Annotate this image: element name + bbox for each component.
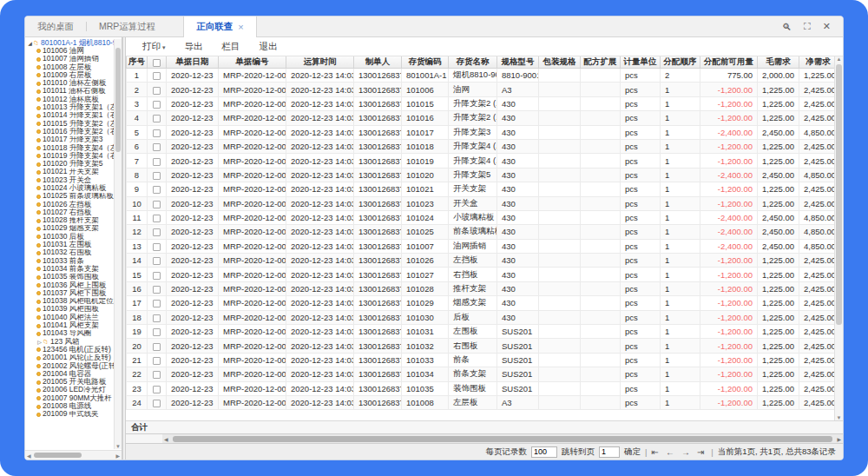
row-checkbox-cell[interactable] (148, 281, 167, 295)
tree-leaf-node[interactable]: 101027 右挡板 (27, 208, 122, 216)
column-header[interactable]: 制单人 (354, 56, 402, 69)
row-checkbox-cell[interactable] (148, 325, 167, 339)
exit-button[interactable]: 退出 (252, 39, 286, 55)
table-row[interactable]: 162020-12-23MRP-2020-12-00212020-12-23 1… (127, 281, 835, 295)
columns-button[interactable]: 栏目 (214, 39, 248, 55)
row-checkbox[interactable] (153, 243, 161, 251)
row-checkbox[interactable] (153, 314, 161, 322)
row-checkbox-cell[interactable] (148, 353, 167, 367)
tree-leaf-node[interactable]: 201006 LED冷光灯 (27, 387, 122, 394)
table-row[interactable]: 92020-12-23MRP-2020-12-00212020-12-23 14… (127, 182, 835, 196)
table-row[interactable]: 32020-12-23MRP-2020-12-00212020-12-23 14… (127, 96, 835, 110)
table-row[interactable]: 192020-12-23MRP-2020-12-00212020-12-23 1… (127, 325, 835, 339)
tree-leaf-node[interactable]: 201008 电源线 (27, 402, 122, 410)
row-checkbox-cell[interactable] (148, 310, 167, 324)
row-checkbox-cell[interactable] (148, 111, 167, 125)
tree-leaf-node[interactable]: 101014 升降支架1（右 (27, 112, 122, 120)
tree-leaf-node[interactable]: 123456 电机(正反转) (27, 346, 122, 354)
column-header[interactable]: 存货名称 (449, 56, 497, 69)
tree-leaf-node[interactable]: 101033 前条 (27, 257, 122, 265)
row-checkbox-cell[interactable] (148, 168, 167, 182)
tree-leaf-node[interactable]: 101040 风柜法兰 (27, 314, 122, 321)
tree-leaf-node[interactable]: 101038 风柜电机定位板 (27, 298, 122, 306)
tree-leaf-node[interactable]: 101018 升降支架4（左 (27, 144, 122, 152)
table-horizontal-scrollbar[interactable]: ◀ ▶ (126, 433, 843, 443)
column-header[interactable]: 净需求 (799, 56, 835, 69)
print-button[interactable]: 打印▾ (135, 39, 174, 55)
row-checkbox-cell[interactable] (148, 154, 167, 168)
tree-leaf-node[interactable]: 101037 风柜下围板 (27, 289, 122, 297)
column-header[interactable]: 毛需求 (758, 56, 799, 69)
row-checkbox[interactable] (153, 186, 161, 194)
table-row[interactable]: 182020-12-23MRP-2020-12-00212020-12-23 1… (127, 310, 835, 324)
column-header[interactable]: 分配顺序 (661, 56, 700, 69)
row-checkbox[interactable] (153, 272, 161, 280)
scroll-up-icon[interactable]: ▲ (835, 56, 843, 62)
tree-leaf-node[interactable]: 201005 开关电路板 (27, 378, 122, 386)
row-checkbox[interactable] (153, 286, 161, 294)
row-checkbox-cell[interactable] (148, 182, 167, 196)
table-row[interactable]: 152020-12-23MRP-2020-12-00212020-12-23 1… (127, 268, 835, 281)
column-header[interactable]: 分配前可用量 (700, 56, 758, 69)
row-checkbox[interactable] (153, 129, 161, 137)
page-size-input[interactable] (531, 446, 557, 458)
tree-leaf-node[interactable]: 201001 风轮(正反转) (27, 354, 122, 362)
tree-leaf-node[interactable]: 101007 油网插销 (27, 56, 122, 63)
close-icon[interactable]: ✕ (823, 21, 831, 32)
tree-leaf-node[interactable]: 101020 升降支架5 (27, 160, 122, 168)
column-header[interactable]: 序号 (127, 56, 148, 69)
tree-leaf-node[interactable]: 101026 左挡板 (27, 201, 122, 208)
tab-my-desktop[interactable]: 我的桌面 (25, 17, 86, 36)
table-row[interactable]: 172020-12-23MRP-2020-12-00212020-12-23 1… (127, 296, 835, 310)
export-button[interactable]: 导出 (177, 39, 211, 55)
tree-leaf-node[interactable]: 101039 风柜围板 (27, 306, 122, 314)
row-checkbox-cell[interactable] (148, 395, 167, 409)
row-checkbox-cell[interactable] (148, 125, 167, 139)
last-page-icon[interactable]: ⇥ (697, 447, 707, 457)
row-checkbox[interactable] (153, 115, 161, 122)
tree-leaf-node[interactable]: 101012 油杯底板 (27, 96, 122, 103)
column-header[interactable]: 存货编码 (402, 56, 449, 69)
fullscreen-icon[interactable]: ⛶ (804, 21, 811, 32)
table-row[interactable]: 132020-12-23MRP-2020-12-00212020-12-23 1… (127, 239, 835, 253)
table-row[interactable]: 112020-12-23MRP-2020-12-00212020-12-23 1… (127, 210, 835, 224)
table-row[interactable]: 202020-12-23MRP-2020-12-00212020-12-23 1… (127, 339, 835, 353)
tree-leaf-node[interactable]: 101016 升降支架2（右 (27, 128, 122, 136)
scrollbar-thumb[interactable] (34, 453, 82, 458)
row-checkbox-cell[interactable] (148, 196, 167, 210)
scroll-down-icon[interactable]: ▼ (115, 444, 122, 449)
row-checkbox[interactable] (153, 143, 161, 151)
table-row[interactable]: 122020-12-23MRP-2020-12-00212020-12-23 1… (127, 225, 835, 239)
tab-forward-query[interactable]: 正向联查 × (183, 17, 256, 37)
row-checkbox-cell[interactable] (148, 210, 167, 224)
search-icon[interactable]: 🔍︎ (782, 22, 792, 32)
table-row[interactable]: 22020-12-23MRP-2020-12-00212020-12-23 14… (127, 83, 835, 96)
row-checkbox-cell[interactable] (148, 225, 167, 239)
tree-collapsed-icon[interactable]: ▷ (36, 339, 43, 345)
tree-leaf-node[interactable]: 201004 电容器 (27, 370, 122, 378)
row-checkbox-cell[interactable] (148, 254, 167, 268)
row-checkbox[interactable] (153, 158, 161, 166)
column-header[interactable]: 规格型号 (497, 56, 539, 69)
tree-leaf-node[interactable]: 101008 左层板 (27, 63, 122, 71)
prev-page-icon[interactable]: ← (666, 447, 677, 457)
row-checkbox[interactable] (153, 215, 161, 222)
select-all-header[interactable] (148, 56, 167, 69)
tree-leaf-node[interactable]: 101023 开关盒 (27, 176, 122, 184)
scroll-left-icon[interactable]: ◀ (164, 436, 168, 442)
table-row[interactable]: 62020-12-23MRP-2020-12-00212020-12-23 14… (127, 139, 835, 153)
row-checkbox-cell[interactable] (148, 268, 167, 281)
tree-leaf-node[interactable]: 101031 左围板 (27, 241, 122, 248)
tree-leaf-node[interactable]: 101043 导风圈 (27, 330, 122, 338)
tree-leaf-node[interactable]: 101025 前条玻璃粘板 (27, 193, 122, 201)
row-checkbox[interactable] (153, 87, 161, 95)
tree-leaf-node[interactable]: 101019 升降支架4（右 (27, 152, 122, 160)
tree-folder-node[interactable]: ▷📁︎123 风箱 (27, 338, 122, 346)
table-vertical-scrollbar[interactable]: ▲ ▼ (834, 56, 843, 420)
table-row[interactable]: 82020-12-23MRP-2020-12-00212020-12-23 14… (127, 168, 835, 182)
tree-leaf-node[interactable]: 101028 推杆支架 (27, 217, 122, 225)
table-row[interactable]: 102020-12-23MRP-2020-12-00212020-12-23 1… (127, 196, 835, 210)
table-row[interactable]: 222020-12-23MRP-2020-12-00212020-12-23 1… (127, 367, 835, 381)
column-header[interactable]: 计量单位 (621, 56, 661, 69)
tree-leaf-node[interactable]: 101035 装饰围板 (27, 274, 122, 281)
